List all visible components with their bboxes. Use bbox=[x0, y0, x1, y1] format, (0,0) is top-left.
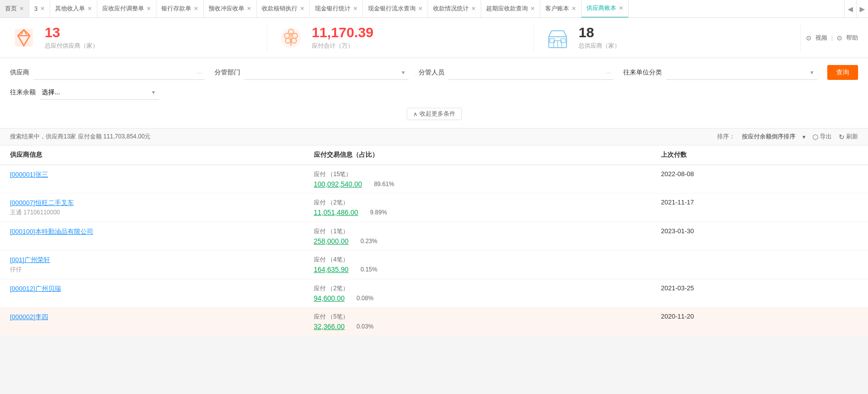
supplier-info-cell: [000100]本特勤油品有限公司 bbox=[0, 222, 304, 251]
supplier-table: 供应商信息 应付交易信息（占比） 上次付数 [000001]张三应付 （15笔）… bbox=[0, 145, 868, 336]
nav-tab-cash-bank-stat-close[interactable]: ✕ bbox=[353, 5, 358, 12]
filter-balance-select[interactable]: 选择... bbox=[40, 88, 159, 96]
txn-info-cell: 应付 （4笔）164,635.900.15% bbox=[304, 251, 651, 279]
nav-tab-overdue[interactable]: 超期应收款查询 ✕ bbox=[481, 0, 540, 18]
col-header-last-payment: 上次付数 bbox=[651, 145, 868, 165]
search-button[interactable]: 查询 bbox=[827, 65, 858, 80]
export-icon: ⬡ bbox=[812, 133, 818, 141]
nav-scroll-left[interactable]: ◀ bbox=[844, 0, 856, 18]
table-row: [000007]恒旺二手叉车王通 17106110000应付 （2笔）11,05… bbox=[0, 194, 868, 222]
refresh-label: 刷新 bbox=[846, 132, 858, 141]
nav-tab-other-income-close[interactable]: ✕ bbox=[87, 5, 92, 12]
table-row: [000001]张三应付 （15笔）100,092,540.0089.61%20… bbox=[0, 165, 868, 194]
nav-scroll-arrows: ◀ ▶ bbox=[844, 0, 868, 18]
nav-tab-bank-deposit-label: 银行存款单 bbox=[161, 4, 191, 13]
video-link[interactable]: 视频 bbox=[815, 34, 827, 42]
divider: | bbox=[831, 34, 833, 41]
txn-amount-value[interactable]: 164,635.90 bbox=[314, 265, 349, 273]
last-payment-cell: 2021-11-17 bbox=[651, 194, 868, 222]
collapse-chevron-up-icon: ∧ bbox=[413, 111, 418, 118]
txn-info-cell: 应付 （2笔）94,600.000.08% bbox=[304, 279, 651, 308]
filter-dept-select[interactable] bbox=[244, 68, 409, 76]
nav-tab-collection-exec[interactable]: 收款核销执行 ✕ bbox=[257, 0, 310, 18]
txn-amount-value[interactable]: 11,051,486.00 bbox=[314, 208, 359, 216]
nav-tab-3[interactable]: 3 ✕ bbox=[29, 0, 50, 18]
nav-tab-cash-bank-flow[interactable]: 现金银行流水查询 ✕ bbox=[363, 0, 428, 18]
nav-tab-customer-account[interactable]: 客户账本 ✕ bbox=[540, 0, 581, 18]
nav-tab-ap-adjust-close[interactable]: ✕ bbox=[146, 5, 151, 12]
nav-tab-supplier-account-close[interactable]: ✕ bbox=[619, 5, 623, 11]
supplier-sub-info: 仔仔 bbox=[10, 265, 294, 274]
supplier-link[interactable]: [000002]李四 bbox=[10, 313, 48, 321]
txn-percent-value: 0.03% bbox=[357, 323, 373, 330]
supplier-info-cell: [000012]广州贝瑞 bbox=[0, 279, 304, 308]
nav-tab-collection-exec-label: 收款核销执行 bbox=[262, 4, 297, 13]
supplier-link[interactable]: [000012]广州贝瑞 bbox=[10, 285, 61, 292]
top-right-links: ⊙ 视频 | ⊙ 帮助 bbox=[801, 34, 858, 42]
nav-tab-cash-bank-stat[interactable]: 现金银行统计 ✕ bbox=[310, 0, 363, 18]
nav-tab-bank-deposit[interactable]: 银行存款单 ✕ bbox=[156, 0, 204, 18]
sort-value[interactable]: 按应付余额倒序排序 bbox=[742, 132, 796, 141]
nav-tab-collection-stat[interactable]: 收款情况统计 ✕ bbox=[428, 0, 481, 18]
filter-supplier-input[interactable] bbox=[33, 68, 197, 76]
filter-row-1: 供应商 ··· 分管部门 ▾ 分管人员 ··· bbox=[10, 65, 858, 80]
table-container: 供应商信息 应付交易信息（占比） 上次付数 [000001]张三应付 （15笔）… bbox=[0, 145, 868, 336]
nav-tab-supplier-account[interactable]: 供应商账本 ✕ bbox=[581, 0, 629, 18]
unit-type-chevron-icon: ▾ bbox=[810, 69, 813, 76]
nav-tab-collection-exec-close[interactable]: ✕ bbox=[300, 5, 304, 12]
nav-tab-advance-collection-label: 预收冲应收单 bbox=[209, 4, 244, 13]
nav-tab-other-income-label: 其他收入单 bbox=[55, 4, 85, 13]
txn-amount-value[interactable]: 32,366.00 bbox=[314, 323, 345, 330]
filter-dept-wrap: ▾ bbox=[244, 65, 409, 80]
filter-area: 供应商 ··· 分管部门 ▾ 分管人员 ··· bbox=[0, 58, 868, 129]
nav-tab-3-close[interactable]: ✕ bbox=[40, 5, 45, 12]
supplier-link[interactable]: [001]广州荣轩 bbox=[10, 256, 50, 263]
txn-info-cell: 应付 （2笔）11,051,486.009.89% bbox=[304, 194, 651, 222]
txn-amount-value[interactable]: 258,000.00 bbox=[314, 237, 349, 245]
nav-tab-collection-stat-close[interactable]: ✕ bbox=[471, 5, 476, 12]
nav-tab-ap-adjust[interactable]: 应收应付调整单 ✕ bbox=[97, 0, 156, 18]
txn-amount-value[interactable]: 94,600.00 bbox=[314, 294, 345, 302]
filter-unit-type: 往来单位分类 ▾ bbox=[623, 65, 818, 80]
collapse-button[interactable]: ∧ 收起更多条件 bbox=[407, 108, 462, 120]
supplier-link[interactable]: [000001]张三 bbox=[10, 171, 48, 178]
nav-tab-cash-bank-flow-close[interactable]: ✕ bbox=[418, 5, 423, 12]
filter-unit-type-select[interactable] bbox=[666, 68, 818, 76]
txn-amount-value[interactable]: 100,092,540.00 bbox=[314, 180, 362, 188]
filter-balance: 往来余额 选择... ▾ bbox=[10, 85, 159, 100]
supplier-link[interactable]: [000007]恒旺二手叉车 bbox=[10, 199, 74, 206]
table-row: [000012]广州贝瑞应付 （2笔）94,600.000.08%2021-03… bbox=[0, 279, 868, 308]
filter-supplier-label: 供应商 bbox=[10, 68, 29, 77]
export-button[interactable]: ⬡ 导出 bbox=[812, 132, 832, 141]
txn-count-label: 应付 （1笔） bbox=[314, 227, 641, 236]
nav-tab-advance-collection[interactable]: 预收冲应收单 ✕ bbox=[204, 0, 257, 18]
filter-person-input[interactable] bbox=[448, 68, 605, 76]
nav-tab-advance-collection-close[interactable]: ✕ bbox=[247, 5, 251, 12]
txn-percent-value: 0.08% bbox=[357, 295, 373, 302]
refresh-icon: ↻ bbox=[839, 133, 845, 141]
txn-count-label: 应付 （5笔） bbox=[314, 313, 641, 321]
filter-dept: 分管部门 ▾ bbox=[215, 65, 409, 80]
supplier-link[interactable]: [000100]本特勤油品有限公司 bbox=[10, 228, 93, 235]
nav-tab-overdue-close[interactable]: ✕ bbox=[530, 5, 535, 12]
filter-balance-label: 往来余额 bbox=[10, 88, 36, 97]
nav-tab-bank-deposit-close[interactable]: ✕ bbox=[194, 5, 198, 12]
result-summary-bar: 搜索结果中，供应商13家 应付金额 111,703,854.00元 排序： 按应… bbox=[0, 129, 868, 145]
txn-info-cell: 应付 （1笔）258,000.000.23% bbox=[304, 222, 651, 251]
help-link[interactable]: 帮助 bbox=[846, 34, 858, 42]
stat-total-payable-suppliers: 13 总应付供应商（家） bbox=[10, 24, 267, 52]
stat-number-payable-amount: 11,170.39 bbox=[312, 25, 374, 41]
txn-percent-value: 0.23% bbox=[361, 238, 377, 245]
nav-scroll-right[interactable]: ▶ bbox=[856, 0, 868, 18]
nav-tab-other-income[interactable]: 其他收入单 ✕ bbox=[50, 0, 97, 18]
data-table-wrapper: 供应商信息 应付交易信息（占比） 上次付数 [000001]张三应付 （15笔）… bbox=[0, 145, 868, 336]
collapse-bar: ∧ 收起更多条件 bbox=[10, 105, 858, 125]
result-actions: 排序： 按应付余额倒序排序 ▾ ⬡ 导出 ↻ 刷新 bbox=[717, 132, 858, 141]
nav-tab-home[interactable]: 首页 ✕ bbox=[0, 0, 29, 18]
nav-tab-home-close[interactable]: ✕ bbox=[19, 5, 24, 12]
last-payment-date: 2021-03-25 bbox=[661, 284, 694, 292]
nav-tab-collection-stat-label: 收款情况统计 bbox=[433, 4, 469, 13]
sort-chevron-icon: ▾ bbox=[802, 133, 805, 140]
refresh-button[interactable]: ↻ 刷新 bbox=[839, 132, 858, 141]
nav-tab-customer-account-close[interactable]: ✕ bbox=[572, 5, 576, 12]
